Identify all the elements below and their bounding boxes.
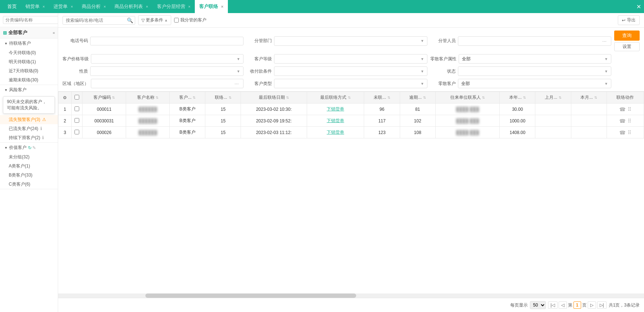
row-checkbox-0[interactable] (75, 106, 79, 111)
retail-attr-select[interactable]: 全部 ▼ (459, 54, 611, 64)
query-btn[interactable]: 查询 (614, 31, 640, 41)
tab-customer-contact-close[interactable]: × (221, 4, 223, 9)
churn-group-title[interactable]: ▼ 风险客户 (0, 85, 58, 95)
edit-icon[interactable]: ✎ (32, 145, 36, 150)
sort-last-method-icon[interactable]: ⇅ (348, 96, 351, 100)
select-all-checkbox[interactable] (75, 95, 79, 100)
col-name-header[interactable]: 客户名称 ⇅ (126, 92, 170, 104)
action-contact-icon-1[interactable]: ☎ (619, 118, 625, 124)
tab-analysis-list-close[interactable]: × (146, 4, 148, 9)
tab-customer-tier[interactable]: 客户分层经营 × (153, 0, 195, 13)
scrollbar-thumb[interactable] (145, 293, 356, 298)
horizontal-scrollbar[interactable] (58, 293, 644, 298)
more-conditions-btn[interactable]: ▽ 更多条件 ▲ (138, 15, 171, 25)
sort-overdue-icon[interactable]: ⇅ (423, 96, 426, 100)
price-grade-select[interactable]: ▼ (91, 54, 243, 64)
payment-select[interactable]: ▼ (274, 66, 427, 76)
all-customers-header[interactable]: ⊞ 全部客户 « (0, 27, 58, 39)
region-select[interactable]: ··· (91, 79, 243, 88)
value-group-title[interactable]: ▼ 价值客户 ↻ ✎ (0, 143, 58, 153)
cell-method-1[interactable]: 下销货单 (307, 115, 364, 127)
close-all-tabs[interactable]: ✕ (636, 3, 641, 10)
cell-method-2[interactable]: 下销货单 (307, 127, 364, 138)
sort-name-icon[interactable]: ⇅ (156, 96, 158, 100)
col-type-header[interactable]: 客户... ⇅ (170, 92, 205, 104)
tab-customer-tier-close[interactable]: × (188, 4, 190, 9)
customer-grade-select[interactable]: ▼ (274, 54, 427, 64)
row-checkbox-1[interactable] (75, 118, 79, 123)
sidebar-item-churn-warning[interactable]: 流失预警客户(3) ⚠ (0, 115, 58, 124)
first-page-btn[interactable]: |◁ (548, 301, 558, 309)
action-more-icon-1[interactable]: ⠿ (628, 118, 631, 124)
col-code-header[interactable]: 客户编码 ⇅ (82, 92, 126, 104)
tab-purchase-close[interactable]: × (71, 4, 73, 9)
col-contact-header[interactable]: 联络... ⇅ (205, 92, 241, 104)
cell-checkbox-2[interactable] (72, 127, 82, 138)
sort-code-icon[interactable]: ⇅ (112, 96, 115, 100)
my-customers-checkbox[interactable] (174, 18, 179, 23)
manager-select[interactable]: ··· (458, 36, 611, 46)
cell-checkbox-1[interactable] (72, 115, 82, 127)
sort-this-month-icon[interactable]: ⇅ (594, 96, 597, 100)
export-btn[interactable]: ↩ 导出 (618, 15, 640, 25)
sidebar-item-churned[interactable]: 已流失客户(24) ℹ (0, 124, 58, 133)
sort-uncontacted-icon[interactable]: ⇅ (387, 96, 390, 100)
col-last-date-header[interactable]: 最后联络日期 ⇅ (241, 92, 307, 104)
sidebar-item-a-class[interactable]: A类客户(1) (0, 162, 58, 171)
filter-search-icon[interactable]: 🔍 (127, 17, 133, 23)
sidebar-item-c-class[interactable]: C类客户(6) (0, 180, 58, 189)
col-last-method-header[interactable]: 最后联络方式 ⇅ (307, 92, 364, 104)
action-more-icon-2[interactable]: ⠿ (628, 130, 631, 135)
tab-analysis-list[interactable]: 商品分析列表 × (110, 0, 152, 13)
action-more-icon-0[interactable]: ⠿ (628, 106, 631, 112)
last-page-btn[interactable]: ▷| (597, 301, 607, 309)
row-checkbox-2[interactable] (75, 130, 79, 134)
method-link-0[interactable]: 下销货单 (327, 106, 344, 112)
next-page-btn[interactable]: ▷ (588, 301, 596, 309)
region-dots-icon[interactable]: ··· (233, 81, 240, 86)
tab-sales[interactable]: 销货单 × (21, 0, 49, 13)
phone-input[interactable] (90, 37, 243, 45)
col-this-month-header[interactable]: 本月... ⇅ (571, 92, 607, 104)
manager-dots-icon[interactable]: ··· (601, 38, 608, 44)
dept-select[interactable]: ▼ (274, 36, 427, 46)
col-checkbox-all[interactable] (72, 92, 82, 104)
sidebar-collapse-icon[interactable]: « (53, 31, 55, 35)
col-this-year-header[interactable]: 本年... ⇅ (500, 92, 535, 104)
sidebar-item-ungroup[interactable]: 未分组(32) (0, 153, 58, 162)
col-last-month-header[interactable]: 上月... ⇅ (535, 92, 571, 104)
tab-purchase[interactable]: 进货单 × (49, 0, 77, 13)
sidebar-item-7days[interactable]: 近7天待联络(0) (0, 66, 58, 76)
method-link-2[interactable]: 下销货单 (327, 130, 344, 135)
sidebar-search-input[interactable] (3, 16, 58, 24)
method-link-1[interactable]: 下销货单 (327, 118, 344, 123)
sort-type-icon[interactable]: ⇅ (193, 96, 196, 100)
per-page-select[interactable]: 50 (530, 301, 546, 309)
action-contact-icon-0[interactable]: ☎ (619, 106, 625, 112)
pending-group-title[interactable]: ▼ 待联络客户 (0, 39, 58, 48)
tab-customer-contact[interactable]: 客户联络 × (195, 0, 228, 13)
action-contact-icon-2[interactable]: ☎ (619, 130, 625, 135)
sidebar-item-today[interactable]: 今天待联络(0) (0, 48, 58, 57)
sort-contact-icon[interactable]: ⇅ (229, 96, 232, 100)
sidebar-item-overdue[interactable]: 逾期未联络(30) (0, 76, 58, 85)
prev-page-btn[interactable]: ◁ (559, 301, 567, 309)
tab-analysis-close[interactable]: × (104, 4, 106, 9)
tab-home[interactable]: 首页 (3, 0, 21, 13)
col-overdue-header[interactable]: 逾期... ⇅ (400, 92, 435, 104)
sidebar-item-tomorrow[interactable]: 明天待联络(1) (0, 57, 58, 66)
col-settings[interactable]: ⚙ (59, 92, 72, 104)
retail-customer-select[interactable]: 全部 ▼ (458, 79, 611, 88)
customer-type-select[interactable]: ▼ (274, 79, 427, 88)
col-uncontacted-header[interactable]: 未联... ⇅ (364, 92, 400, 104)
tab-analysis[interactable]: 商品分析 × (77, 0, 110, 13)
sidebar-item-b-class[interactable]: B类客户(33) (0, 171, 58, 180)
filter-search-input[interactable] (63, 16, 135, 25)
col-unit-contact-header[interactable]: 往来单位联系人 ⇅ (435, 92, 500, 104)
settings-btn[interactable]: 设置 (614, 42, 640, 51)
sidebar-item-declining[interactable]: 持续下滑客户(2) ℹ (0, 133, 58, 142)
sort-last-month-icon[interactable]: ⇅ (559, 96, 562, 100)
refresh-icon[interactable]: ↻ (28, 145, 32, 150)
status-select[interactable]: ▼ (458, 66, 611, 76)
tab-sales-close[interactable]: × (43, 4, 45, 9)
